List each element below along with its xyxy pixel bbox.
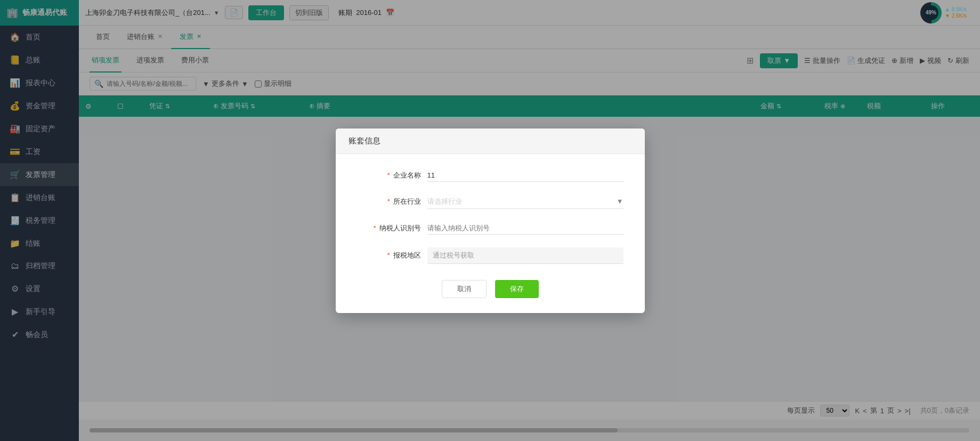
industry-select[interactable]: 请选择行业 ▼ (427, 195, 623, 209)
modal-overlay[interactable]: 账套信息 * 企业名称 * 所在行业 请选择行业 ▼ (0, 0, 980, 441)
industry-row: * 所在行业 请选择行业 ▼ (357, 195, 623, 209)
tax-region-display: 通过税号获取 (427, 247, 623, 264)
company-name-row: * 企业名称 (357, 169, 623, 182)
dialog-footer: 取消 保存 (336, 275, 645, 313)
industry-label: * 所在行业 (357, 197, 421, 206)
industry-chevron-icon: ▼ (617, 197, 623, 205)
save-button[interactable]: 保存 (495, 280, 539, 298)
tax-region-row: * 报税地区 通过税号获取 (357, 247, 623, 264)
account-dialog: 账套信息 * 企业名称 * 所在行业 请选择行业 ▼ (336, 129, 645, 313)
industry-placeholder: 请选择行业 (427, 197, 462, 206)
tax-id-input[interactable] (427, 222, 623, 235)
company-name-label: * 企业名称 (357, 171, 421, 180)
dialog-title: 账套信息 (336, 129, 645, 154)
company-name-input[interactable] (427, 169, 623, 182)
tax-id-label: * 纳税人识别号 (357, 223, 421, 233)
dialog-body: * 企业名称 * 所在行业 请选择行业 ▼ * (336, 154, 645, 275)
cancel-button[interactable]: 取消 (442, 280, 487, 298)
tax-id-row: * 纳税人识别号 (357, 222, 623, 235)
tax-region-label: * 报税地区 (357, 251, 421, 260)
